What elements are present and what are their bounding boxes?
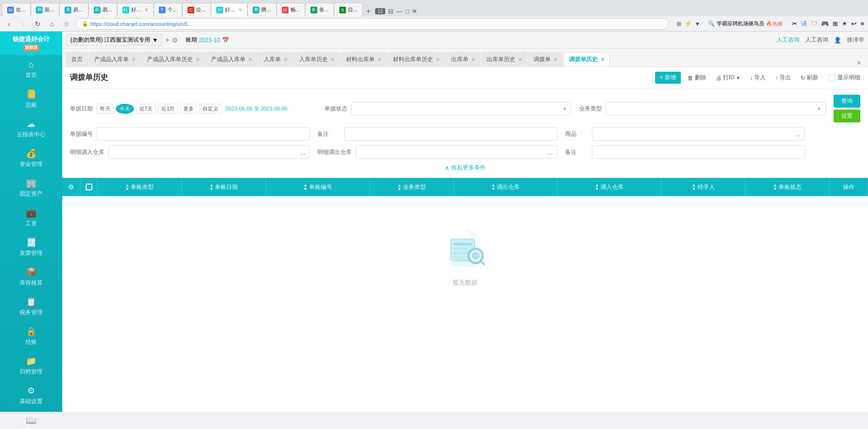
game-icon[interactable]: 🎮 [821, 20, 829, 27]
extensions-icon[interactable]: ⊞ [677, 21, 681, 27]
tab-material-out-history[interactable]: 材料出库单历史 ✕ [388, 52, 445, 66]
new-button[interactable]: + 新增 [655, 72, 681, 84]
tab-close-7[interactable]: ✕ [436, 57, 440, 62]
minimize-icon[interactable]: — [396, 8, 402, 15]
tab-close-3[interactable]: ✕ [248, 57, 252, 62]
tab-in-history[interactable]: 入库单历史 ✕ [294, 52, 340, 66]
translate-icon[interactable]: 译 [801, 20, 807, 28]
browser-tab-5[interactable]: 好 好... ✕ [117, 3, 154, 16]
browser-tab-9[interactable]: 腾 腾... [247, 3, 276, 16]
settings-button[interactable]: 设置 [834, 110, 860, 122]
col-in[interactable]: ▲▼ 调入仓库 [557, 178, 661, 196]
refresh-button-page[interactable]: ↻ 刷新 [798, 72, 821, 83]
browser-tab-2[interactable]: 易 新... [31, 3, 59, 16]
tab-prod-in-history[interactable]: 产成品入库单历史 ✕ [142, 52, 205, 66]
home-button[interactable]: ⌂ [47, 19, 57, 29]
lightning-icon[interactable]: ⚡ [684, 20, 692, 27]
tab-close-2[interactable]: ✕ [196, 57, 200, 62]
col-settings[interactable]: ⚙ [62, 178, 80, 196]
docnum-input[interactable] [97, 127, 310, 141]
biztype-select[interactable]: ▼ [606, 102, 826, 115]
browser-tab-1[interactable]: W 在... [2, 3, 31, 16]
col-status[interactable]: ▲▼ 单账状态 [746, 178, 830, 196]
col-biz[interactable]: ▲▼ 业务类型 [370, 178, 454, 196]
delete-button[interactable]: 🗑 删除 [685, 72, 709, 83]
bookmark-button[interactable]: ☆ [61, 19, 72, 29]
col-handler[interactable]: ▲▼ 经手人 [661, 178, 746, 196]
custom-btn[interactable]: 自定义 [199, 104, 222, 114]
shield-icon[interactable]: 🛡 [811, 20, 817, 27]
tab-transfer[interactable]: 调拨单 ✕ [528, 52, 563, 66]
collapse-button[interactable]: ∧ 收起更多条件 [445, 164, 486, 172]
yesterday-btn[interactable]: 昨天 [97, 104, 114, 114]
account-selector[interactable]: (勿删勿禁用) 江西服宝测试专用 ▼ [66, 34, 162, 46]
tab-in[interactable]: 入库单 ✕ [258, 52, 293, 66]
browser-tab-10[interactable]: M 畅... [277, 3, 305, 16]
sidebar-item-guide[interactable]: 📖 新手引导 [0, 410, 62, 429]
close-icon[interactable]: ✕ [412, 8, 417, 15]
back-button[interactable]: ‹ [4, 19, 14, 29]
col-date[interactable]: ▲▼ 单账日期 [182, 178, 266, 196]
col-num[interactable]: ▲▼ 单账编号 [266, 178, 370, 196]
browser-tab-3[interactable]: 易 易... [59, 3, 88, 16]
col-out[interactable]: ▲▼ 调出仓库 [454, 178, 558, 196]
refresh-button[interactable]: ↻ [33, 19, 43, 29]
tab-prod-in-2[interactable]: 产成品入库单 ✕ [206, 52, 257, 66]
export-button[interactable]: ↑ 导出 [772, 72, 794, 83]
goods-input[interactable] [596, 131, 793, 137]
forward-button[interactable]: › [18, 19, 29, 29]
1month-btn[interactable]: 近1月 [158, 104, 178, 114]
add-account-icon[interactable]: + [165, 36, 169, 44]
tab-material-out[interactable]: 材料出库单 ✕ [341, 52, 387, 66]
menu-icon[interactable]: ≡ [860, 20, 864, 27]
sidebar-item-tax[interactable]: 📋 税务管理 [0, 292, 62, 321]
detail-in-ellipsis[interactable]: ... [300, 148, 306, 156]
query-button[interactable]: 查询 [834, 95, 860, 108]
sidebar-item-salary[interactable]: 💼 工资 [0, 203, 62, 232]
tab-close-6[interactable]: ✕ [378, 57, 381, 62]
select-all-checkbox[interactable] [86, 184, 92, 190]
maximize-icon[interactable]: □ [405, 8, 409, 15]
today-btn[interactable]: 今天 [116, 104, 134, 114]
tab-close-4[interactable]: ✕ [284, 57, 288, 62]
tab-close-11[interactable]: ✕ [601, 57, 604, 62]
browser-tab-7[interactable]: C 企... [182, 3, 211, 16]
browser-tab-11[interactable]: 各 各... [305, 3, 334, 16]
browser-tab-12[interactable]: S 目... [334, 3, 363, 16]
tab-bar-close-icon[interactable]: ✕ [854, 60, 864, 66]
sidebar-item-archive[interactable]: 📁 归档管理 [0, 351, 62, 381]
sidebar-item-closing[interactable]: 🔒 结账 [0, 321, 62, 351]
remark2-input[interactable] [592, 145, 805, 159]
status-select[interactable]: ▼ [351, 102, 571, 115]
goods-ellipsis-btn[interactable]: ... [795, 130, 801, 138]
tab-transfer-history[interactable]: 调拨单历史 ✕ [564, 52, 610, 66]
browser-tab-active[interactable]: 好 好... ✕ [211, 3, 247, 16]
more-btn[interactable]: 更多 [180, 104, 197, 114]
tab-home[interactable]: 首页 [66, 52, 88, 66]
user-service-link[interactable]: 人工咨询 [777, 36, 800, 44]
checkbox-display[interactable] [829, 75, 835, 81]
tab-close-1[interactable]: ✕ [132, 57, 135, 62]
tab-icon-1[interactable]: ⊟ [388, 8, 393, 15]
browser-tab-6[interactable]: 个 个... [154, 3, 182, 16]
url-bar[interactable]: 🔒 https://cloud.chanjet.com/accounting/u… [76, 18, 669, 30]
sidebar-item-reports[interactable]: ☁ 云报表中心 [0, 114, 62, 143]
calendar-icon[interactable]: 📅 [222, 37, 229, 44]
scissors-icon[interactable]: ✂ [792, 20, 797, 27]
tab-close-9[interactable]: ✕ [518, 57, 522, 62]
print-button[interactable]: 🖨 打印 ▼ [713, 72, 743, 83]
detail-in-input[interactable] [112, 149, 298, 155]
sidebar-item-invoice[interactable]: 🧾 发票管理 [0, 232, 62, 262]
undo-icon[interactable]: ↩ [851, 20, 857, 27]
detail-out-ellipsis[interactable]: ... [547, 148, 553, 156]
settings-icon[interactable]: ⚙ [172, 36, 178, 44]
browser-tab-4[interactable]: 易 易... [89, 3, 117, 16]
brightness-icon[interactable]: ☀ [842, 20, 847, 27]
remark-input[interactable] [344, 127, 557, 141]
sidebar-item-basic[interactable]: ⚙ 基础设置 [0, 381, 62, 410]
dropdown-icon[interactable]: ▼ [695, 21, 701, 27]
import-button[interactable]: ↓ 导入 [747, 72, 768, 83]
sidebar-item-inventory[interactable]: 📦 库存核算 [0, 262, 62, 292]
tab-prod-in[interactable]: 产成品入库单 ✕ [89, 52, 141, 66]
tab-close-8[interactable]: ✕ [471, 57, 475, 62]
